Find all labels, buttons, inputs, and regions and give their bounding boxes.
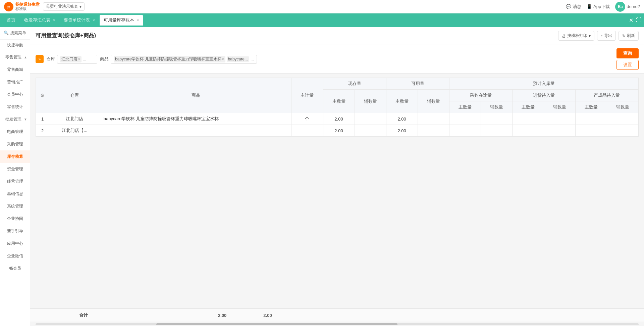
sidebar-search[interactable]: 🔍 搜索菜单 — [0, 27, 30, 40]
cell-purchase-main — [449, 125, 481, 137]
tab-home-label: 首页 — [7, 17, 15, 23]
cell-avail-main: 2.00 — [386, 125, 418, 137]
sidebar-item-basic-info[interactable]: 基础信息 — [0, 188, 30, 200]
sidebar: 🔍 搜索菜单 快捷导航 零售管理 ▲ 零售商城 营销推广 会员中心 零售统计 批… — [0, 27, 30, 326]
finance-label: 资金管理 — [3, 166, 27, 172]
marketing-label: 营销推广 — [3, 79, 27, 85]
product-tag-1: babycare学饮杯 儿童防摔防撞吸管杯重力球吸嘴杯宝宝水杯 × — [114, 56, 225, 62]
cell-production-main — [575, 125, 607, 137]
sidebar-item-ecommerce[interactable]: 电商管理 — [0, 126, 30, 138]
ecommerce-label: 电商管理 — [3, 129, 27, 135]
th-stock-aux: 辅数量 — [355, 90, 386, 113]
scroll-bar-thumb[interactable] — [156, 323, 397, 325]
tab-available-stock-close[interactable]: × — [137, 18, 139, 22]
footer-stock-main: 2.00 — [218, 313, 226, 318]
basic-info-label: 基础信息 — [3, 191, 27, 197]
table-row: 1 江北门店 babycare学饮杯 儿童防摔防撞吸管杯重力球吸嘴杯宝宝水杯 个… — [36, 113, 639, 125]
sidebar-item-retail-mgmt[interactable]: 零售管理 ▲ — [0, 51, 30, 63]
industry-selector[interactable]: 母婴行业演示账套 ▾ — [43, 2, 85, 11]
wechat-label: 企业微信 — [3, 253, 27, 259]
gear-icon[interactable]: ⚙ — [40, 93, 45, 98]
sidebar-item-member[interactable]: 畅会员 — [0, 262, 30, 275]
product-filter-box[interactable]: babycare学饮杯 儿童防摔防撞吸管杯重力球吸嘴杯宝宝水杯 × babyca… — [111, 55, 257, 64]
sidebar-item-app-center[interactable]: 应用中心 — [0, 237, 30, 250]
tab-close-all-icon[interactable]: ✕ — [629, 17, 633, 24]
product-tag-1-value: babycare学饮杯 儿童防摔防撞吸管杯重力球吸嘴杯宝宝水杯 — [115, 56, 221, 62]
warehouse-filter: 仓库 江北门店 × ... — [46, 55, 97, 64]
wholesale-mgmt-label: 批发管理 — [3, 117, 24, 122]
cell-unit: 个 — [291, 113, 323, 125]
th-purchase-aux: 辅数量 — [481, 101, 512, 113]
sidebar-item-member-center[interactable]: 会员中心 — [0, 88, 30, 101]
cell-purchase-main — [449, 113, 481, 125]
app-download-action[interactable]: 📱 App下载 — [587, 4, 610, 10]
wholesale-mgmt-arrow: ▼ — [24, 118, 27, 121]
page-title: 可用量查询(按仓库+商品) — [36, 32, 96, 43]
retail-mall-label: 零售商城 — [3, 67, 27, 73]
filter-actions-right: 查询 设置 — [616, 48, 639, 70]
tab-order-stats-close[interactable]: × — [93, 18, 95, 22]
filter-expand-btn[interactable]: » — [36, 55, 44, 63]
warehouse-tag-remove[interactable]: × — [78, 57, 80, 61]
warehouse-ellipsis: ... — [83, 57, 86, 61]
warehouse-filter-tags[interactable]: 江北门店 × ... — [57, 55, 97, 64]
sidebar-item-wholesale-mgmt[interactable]: 批发管理 ▼ — [0, 113, 30, 126]
header-left: 好 畅捷通好生意 标准版 母婴行业演示账套 ▾ — [4, 2, 85, 11]
svg-text:好: 好 — [7, 6, 10, 9]
sidebar-item-inventory[interactable]: 库存核算 — [0, 150, 30, 163]
sidebar-item-operations[interactable]: 经营管理 — [0, 175, 30, 188]
tab-bar-right: ✕ ⛶ — [629, 17, 641, 24]
tab-summary[interactable]: 收发存汇总表 × — [20, 15, 59, 26]
tab-fullscreen-icon[interactable]: ⛶ — [636, 17, 641, 23]
query-button[interactable]: 查询 — [616, 48, 639, 58]
th-planned-group: 预计入库量 — [449, 78, 638, 90]
search-icon: 🔍 — [4, 31, 9, 35]
print-btn[interactable]: 🖨 按模板打印 ▾ — [558, 31, 594, 41]
table-footer: 合计 2.00 2.00 — [30, 308, 644, 322]
sidebar-item-retail-mall[interactable]: 零售商城 — [0, 63, 30, 76]
scroll-bar-track[interactable] — [36, 323, 639, 325]
export-btn[interactable]: ↑ 导出 — [597, 31, 616, 41]
product-tag-1-remove[interactable]: × — [222, 57, 224, 61]
retail-mgmt-arrow: ▲ — [24, 55, 27, 59]
sidebar-item-guide[interactable]: 新手引导 — [0, 225, 30, 237]
cell-incoming-main — [512, 113, 544, 125]
sidebar-item-purchase[interactable]: 采购管理 — [0, 138, 30, 150]
dropdown-icon: ▾ — [79, 4, 82, 9]
sidebar-item-enterprise[interactable]: 企业协同 — [0, 213, 30, 225]
table-body: 1 江北门店 babycare学饮杯 儿童防摔防撞吸管杯重力球吸嘴杯宝宝水杯 个… — [36, 113, 639, 137]
sidebar-item-marketing[interactable]: 营销推广 — [0, 76, 30, 88]
app-download-label: App下载 — [593, 4, 610, 10]
sidebar-item-wechat[interactable]: 企业微信 — [0, 250, 30, 262]
th-settings[interactable]: ⚙ — [36, 78, 49, 113]
setting-button[interactable]: 设置 — [616, 60, 639, 70]
scroll-bar-container[interactable] — [30, 322, 644, 326]
cell-stock-aux — [355, 125, 386, 137]
user-profile[interactable]: Ea demo2 — [615, 2, 640, 12]
cell-avail-main: 2.00 — [386, 113, 418, 125]
sidebar-item-system[interactable]: 系统管理 — [0, 200, 30, 213]
th-warehouse: 仓库 — [49, 78, 100, 113]
table-row: 2 江北门店【... 2.00 2.00 — [36, 125, 639, 137]
guide-label: 新手引导 — [3, 228, 27, 234]
export-icon: ↑ — [601, 34, 603, 38]
sidebar-nav[interactable]: 快捷导航 — [0, 40, 30, 51]
th-stock-main: 主数量 — [323, 90, 355, 113]
sidebar-item-retail-stats[interactable]: 零售统计 — [0, 101, 30, 113]
message-action[interactable]: 💬 消息 — [566, 4, 581, 10]
tab-home[interactable]: 首页 — [3, 15, 19, 26]
print-label: 按模板打印 — [567, 33, 587, 39]
cell-incoming-main — [512, 125, 544, 137]
sidebar-item-finance[interactable]: 资金管理 — [0, 163, 30, 175]
cell-production-aux — [607, 113, 638, 125]
cell-warehouse: 江北门店【... — [49, 125, 100, 137]
tab-order-stats[interactable]: 要货单统计表 × — [60, 15, 99, 26]
tab-summary-close[interactable]: × — [53, 18, 55, 22]
cell-stock-main: 2.00 — [323, 113, 355, 125]
phone-icon: 📱 — [587, 4, 592, 9]
refresh-btn[interactable]: ↻ 刷新 — [619, 31, 639, 41]
cell-product: babycare学饮杯 儿童防摔防撞吸管杯重力球吸嘴杯宝宝水杯 — [100, 113, 291, 125]
tab-available-stock[interactable]: 可用量库存账本 × — [100, 15, 143, 26]
cell-incoming-aux — [544, 113, 575, 125]
th-avail-main: 主数量 — [386, 90, 418, 113]
